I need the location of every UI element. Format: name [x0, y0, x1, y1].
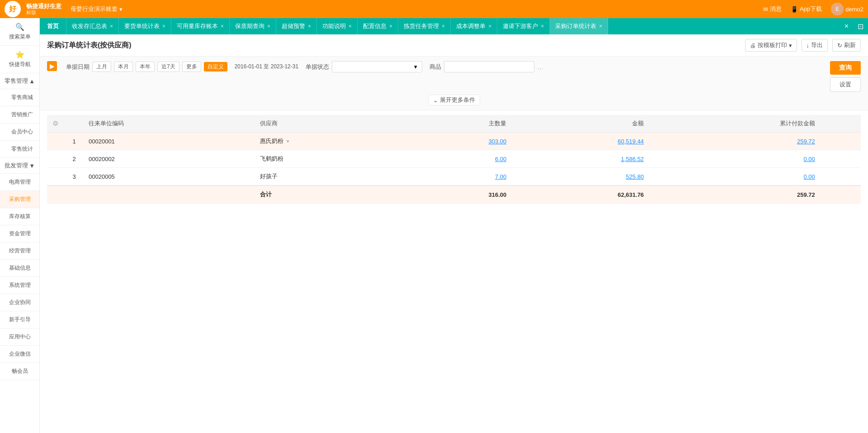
row-index-cell: 2: [65, 150, 83, 168]
tab-home[interactable]: 首页: [40, 18, 66, 34]
sidebar-item-inventory[interactable]: 库存核算: [0, 208, 39, 225]
gear-icon[interactable]: ⚙: [52, 119, 58, 127]
sidebar-item-guide[interactable]: 新手引导: [0, 311, 39, 328]
tab-purchase-summary[interactable]: 采购订单统计表 ×: [550, 18, 608, 34]
print-button[interactable]: 🖨 按模板打印 ▾: [745, 39, 797, 52]
sidebar-item-retail-shop[interactable]: 零售商城: [0, 89, 39, 106]
sidebar-item-shortcuts[interactable]: ⭐ 快捷导航: [0, 46, 39, 73]
tab-close-icon[interactable]: ×: [349, 23, 352, 29]
tab-expiry-query[interactable]: 保质期查询 ×: [230, 18, 276, 34]
tab-close-icon[interactable]: ×: [599, 23, 602, 29]
page-content: 采购订单统计表(按供应商) 🖨 按模板打印 ▾ ↓ 导出 ↻ 刷新: [40, 34, 868, 433]
col-supplier-code: 往来单位编码: [83, 115, 255, 133]
nav-tabs: 首页 收发存汇总表 × 要货单统计表 × 可用量库存账本 × 保质期查询 × 超…: [40, 18, 868, 34]
date-btn-7days[interactable]: 近7天: [157, 62, 179, 72]
sidebar-item-finance[interactable]: 资金管理: [0, 225, 39, 243]
footer-supplier-cell: 合计: [255, 186, 405, 204]
tab-close-icon[interactable]: ×: [389, 23, 392, 29]
col-extra: [821, 115, 861, 133]
tab-function-desc[interactable]: 功能说明 ×: [317, 18, 358, 34]
row-paid: 0.00: [649, 168, 821, 186]
footer-gear-cell: [47, 186, 65, 204]
date-btn-last-month[interactable]: 上月: [92, 62, 111, 72]
tab-cost-adjust[interactable]: 成本调整单 ×: [451, 18, 497, 34]
tab-receive-summary[interactable]: 收发存汇总表 ×: [66, 18, 119, 34]
app-title: 畅捷通好生意 标版: [26, 3, 61, 16]
row-amount: 60,519.44: [512, 133, 649, 150]
row-gear-cell: [47, 150, 65, 168]
avatar: E: [831, 3, 844, 15]
tab-close-icon[interactable]: ×: [221, 23, 224, 29]
tab-close-icon[interactable]: ×: [110, 23, 113, 29]
tab-close-icon[interactable]: ×: [442, 23, 445, 29]
sidebar-item-purchase[interactable]: 采购管理: [0, 191, 39, 208]
sidebar-item-enterprise-wechat[interactable]: 企业微信: [0, 346, 39, 363]
date-custom-badge: 自定义: [204, 62, 227, 71]
user-menu[interactable]: E demo2: [831, 3, 863, 15]
query-btn-area: 查询 设置: [830, 61, 861, 92]
status-select-arrow: ▾: [414, 63, 417, 70]
sidebar-item-marketing[interactable]: 营销推广: [0, 106, 39, 124]
footer-label-cell: [83, 186, 255, 204]
sidebar-item-retail[interactable]: 零售管理 ▲: [0, 73, 39, 89]
date-btn-this-month[interactable]: 本月: [114, 62, 133, 72]
tab-close-btn[interactable]: ×: [840, 22, 853, 30]
goods-more-icon[interactable]: …: [537, 63, 543, 71]
filter-toggle-arrow[interactable]: ▶: [47, 61, 57, 71]
date-btn-more[interactable]: 更多: [182, 62, 201, 72]
refresh-button[interactable]: ↻ 刷新: [832, 39, 861, 52]
footer-extra-cell: [821, 186, 861, 204]
date-btn-this-year[interactable]: 本年: [136, 62, 155, 72]
row-gear-cell: [47, 133, 65, 150]
tab-order-summary[interactable]: 要货单统计表 ×: [119, 18, 171, 34]
tab-overstock-warning[interactable]: 超储预警 ×: [276, 18, 317, 34]
col-amount: 金额: [512, 115, 649, 133]
export-button[interactable]: ↓ 导出: [802, 39, 828, 52]
expand-more-btn[interactable]: ⌄ 展开更多条件: [428, 95, 480, 105]
sidebar-item-enterprise[interactable]: 企业协同: [0, 294, 39, 311]
sidebar-item-member[interactable]: 会员中心: [0, 124, 39, 141]
row-supplier-code: 00020002: [83, 150, 255, 168]
sidebar-item-ecommerce[interactable]: 电商管理: [0, 174, 39, 191]
tab-close-icon[interactable]: ×: [267, 23, 270, 29]
tab-invite-downstream[interactable]: 邀请下游客户 ×: [497, 18, 550, 34]
settings-button[interactable]: 设置: [830, 77, 861, 92]
goods-input[interactable]: [444, 61, 534, 72]
sidebar-item-operations[interactable]: 经营管理: [0, 243, 39, 260]
col-supplier-name: 供应商: [255, 115, 405, 133]
app-download-btn[interactable]: 📱 App下载: [791, 5, 822, 13]
refresh-icon: ↻: [837, 42, 842, 49]
tab-pickup-task[interactable]: 拣货任务管理 ×: [398, 18, 451, 34]
status-label: 单据状态: [306, 63, 329, 71]
messages-btn[interactable]: ✉ 消息: [763, 5, 782, 13]
footer-amount-cell: 62,631.76: [512, 186, 649, 204]
page-header-actions: 🖨 按模板打印 ▾ ↓ 导出 ↻ 刷新: [745, 39, 861, 52]
sidebar-item-app-center[interactable]: 应用中心: [0, 328, 39, 346]
tab-close-icon[interactable]: ×: [162, 23, 165, 29]
table-header-row: ⚙ 往来单位编码 供应商 主数量 金额 累计付款金额: [47, 115, 861, 133]
col-gear: ⚙: [47, 115, 65, 133]
row-qty: 7.00: [405, 168, 512, 186]
tab-restore-btn[interactable]: ⊡: [853, 22, 868, 31]
row-amount: 525.80: [512, 168, 649, 186]
status-select[interactable]: ▾: [332, 61, 422, 72]
sidebar-item-search[interactable]: 🔍 搜索菜单: [0, 18, 39, 46]
tab-close-icon[interactable]: ×: [541, 23, 544, 29]
sidebar-item-wholesale[interactable]: 批发管理 ▼: [0, 158, 39, 174]
workspace-selector[interactable]: 母婴行业演示账套 ▾: [71, 5, 124, 13]
tab-config-info[interactable]: 配置信息 ×: [358, 18, 398, 34]
sidebar-item-basics[interactable]: 基础信息: [0, 260, 39, 277]
sidebar-item-system[interactable]: 系统管理: [0, 277, 39, 294]
tab-close-icon[interactable]: ×: [308, 23, 311, 29]
tab-close-icon[interactable]: ×: [488, 23, 491, 29]
sidebar-item-vip[interactable]: 畅会员: [0, 363, 39, 380]
row-gear-cell: [47, 168, 65, 186]
col-qty: 主数量: [405, 115, 512, 133]
query-button[interactable]: 查询: [830, 61, 861, 75]
top-bar-right: ✉ 消息 📱 App下载 E demo2: [763, 3, 863, 15]
tab-available-stock[interactable]: 可用量库存账本 ×: [171, 18, 230, 34]
chevron-down-icon: ▼: [29, 162, 35, 169]
col-paid: 累计付款金额: [649, 115, 821, 133]
filter-area: ▶ 单据日期 上月 本月 本年 近7天 更多 自定义: [40, 57, 868, 110]
sidebar-item-retail-stats[interactable]: 零售统计: [0, 141, 39, 158]
